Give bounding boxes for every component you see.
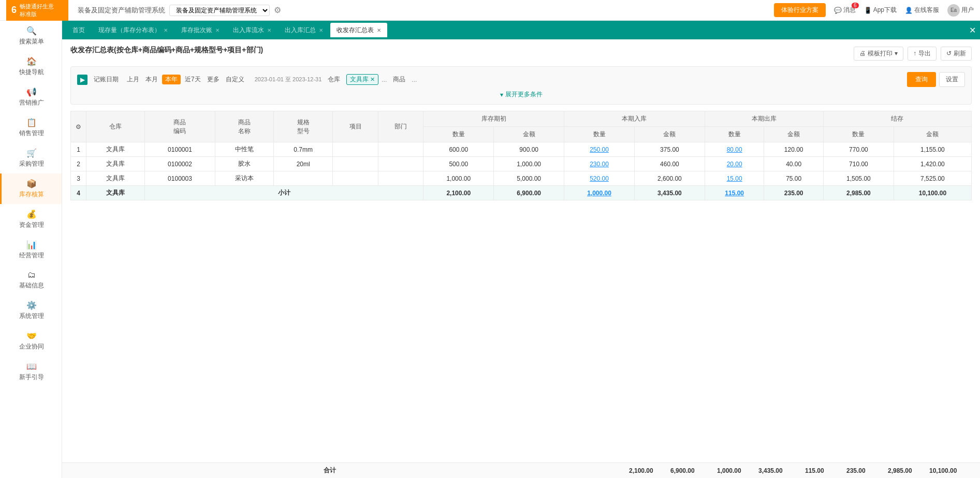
footer-out-qty: 115.00: [805, 467, 846, 474]
sidebar-label-enterprise: 企业协同: [19, 342, 44, 351]
sidebar-item-finance[interactable]: 💰 资金管理: [0, 204, 62, 235]
experience-btn[interactable]: 体验行业方案: [774, 3, 826, 17]
col-goods-spec-header: 规格型号: [273, 111, 332, 142]
sidebar-label-inventory: 库存核算: [19, 190, 44, 199]
warehouse-tag: 文具库 ✕: [346, 74, 378, 85]
sidebar: 🔍 搜索菜单 🏠 快捷导航 📢 营销推广 📋 销售管理 🛒 采购管理 📦 库存核…: [0, 21, 62, 478]
seq-1: 1: [71, 142, 86, 157]
filter-toggle-btn[interactable]: ▶: [77, 75, 87, 85]
bal-amount-2: 1,420.00: [894, 157, 971, 171]
finance-icon: 💰: [26, 209, 37, 219]
footer-in-qty: 1,000.00: [717, 467, 758, 474]
export-btn[interactable]: ↑ 导出: [908, 47, 937, 61]
col-balance-header: 结存: [823, 111, 971, 127]
tab-stock-dist-label: 现存量（库存分布表）: [98, 26, 160, 35]
expand-more-btn[interactable]: ▾ 展开更多条件: [500, 90, 543, 99]
footer-in-amount: 3,435.00: [758, 467, 805, 474]
tab-summary[interactable]: 出入库汇总 ✕: [279, 23, 329, 37]
sidebar-item-guide[interactable]: 📖 新手引导: [0, 356, 62, 387]
online-service-item[interactable]: 👤 在线客服: [905, 6, 939, 15]
col-settings-header[interactable]: ⚙: [71, 111, 86, 142]
setting-btn[interactable]: 设置: [939, 72, 965, 87]
out-qty-3[interactable]: 15.00: [705, 171, 764, 186]
department-3: [378, 171, 423, 186]
footer-out-amount: 235.00: [846, 467, 888, 474]
system-select[interactable]: 装备及固定资产辅助管理系统: [169, 5, 270, 16]
tab-stock-dist[interactable]: 现存量（库存分布表） ✕: [92, 23, 174, 37]
filter-warehouse: 文具库 ✕ ...: [346, 74, 387, 85]
warehouse-label: 仓库: [328, 75, 340, 84]
layout: 🔍 搜索菜单 🏠 快捷导航 📢 营销推广 📋 销售管理 🛒 采购管理 📦 库存核…: [0, 21, 980, 478]
tab-batch[interactable]: 库存批次账 ✕: [175, 23, 226, 37]
print-template-btn[interactable]: 🖨 模板打印 ▾: [854, 47, 903, 61]
sidebar-item-system[interactable]: ⚙️ 系统管理: [0, 295, 62, 326]
table-row: 1 文具库 0100001 中性笔 0.7mm 600.00 900.00 25…: [71, 142, 972, 157]
sidebar-item-basic[interactable]: 🗂 基础信息: [0, 265, 62, 295]
warehouse-2: 文具库: [86, 157, 145, 171]
message-item[interactable]: 💬 消息 6: [834, 6, 856, 15]
tab-bar: 首页 现存量（库存分布表） ✕ 库存批次账 ✕ 出入库流水 ✕ 出入库汇总 ✕ …: [62, 21, 980, 39]
out-qty-2[interactable]: 20.00: [705, 157, 764, 171]
date-custom[interactable]: 自定义: [224, 75, 246, 84]
tab-recv-send[interactable]: 收发存汇总表 ✕: [330, 23, 387, 37]
subtotal-bal-amount: 10,100.00: [894, 186, 971, 200]
warehouse-tag-close[interactable]: ✕: [370, 76, 375, 83]
sidebar-item-search[interactable]: 🔍 搜索菜单: [0, 21, 62, 51]
goods-ellipsis[interactable]: ...: [412, 76, 417, 83]
download-icon: 📱: [864, 7, 872, 14]
print-label: 模板打印: [868, 49, 893, 58]
avatar: Ea: [947, 4, 960, 17]
page-content: 收发存汇总表(按仓库+商品编码+商品+规格型号+项目+部门) 🖨 模板打印 ▾ …: [62, 39, 980, 462]
date-prev-month[interactable]: 上月: [125, 75, 141, 84]
tab-batch-close[interactable]: ✕: [215, 27, 220, 33]
col-department-header: 部门: [378, 111, 423, 142]
sidebar-item-operations[interactable]: 📊 经营管理: [0, 235, 62, 265]
sidebar-item-quicknav[interactable]: 🏠 快捷导航: [0, 51, 62, 82]
logo-text: 畅捷通好生意 标准版: [20, 3, 54, 18]
service-icon: 👤: [905, 7, 913, 14]
tab-flow-close[interactable]: ✕: [267, 27, 271, 33]
date-more[interactable]: 更多: [205, 75, 222, 84]
in-qty-2[interactable]: 230.00: [564, 157, 635, 171]
sidebar-item-inventory[interactable]: 📦 库存核算: [0, 173, 62, 204]
in-amount-3: 2,600.00: [634, 171, 705, 186]
settings-icon[interactable]: ⚙: [274, 5, 281, 15]
tab-recv-send-close[interactable]: ✕: [377, 27, 381, 33]
app-download-label: App下载: [873, 6, 897, 15]
footer-bal-qty: 2,985.00: [888, 467, 929, 474]
export-icon: ↑: [913, 50, 916, 57]
tab-bar-close-btn[interactable]: ✕: [969, 25, 976, 35]
sidebar-item-marketing[interactable]: 📢 营销推广: [0, 82, 62, 112]
sidebar-item-purchase[interactable]: 🛒 采购管理: [0, 143, 62, 173]
sidebar-item-sales[interactable]: 📋 销售管理: [0, 112, 62, 143]
goods-name-1: 中性笔: [215, 142, 273, 157]
refresh-btn[interactable]: ↺ 刷新: [941, 47, 972, 61]
date-7days[interactable]: 近7天: [183, 75, 203, 84]
begin-qty-2: 500.00: [423, 157, 494, 171]
col-out-qty-header: 数量: [705, 127, 764, 142]
tab-stock-dist-close[interactable]: ✕: [164, 27, 168, 33]
tab-home[interactable]: 首页: [66, 23, 91, 37]
in-qty-3[interactable]: 520.00: [564, 171, 635, 186]
subtotal-warehouse: 文具库: [86, 186, 145, 200]
warehouse-ellipsis[interactable]: ...: [382, 76, 387, 83]
bal-amount-1: 1,155.00: [894, 142, 971, 157]
query-btn[interactable]: 查询: [907, 72, 936, 87]
out-qty-1[interactable]: 80.00: [705, 142, 764, 157]
subtotal-out-qty[interactable]: 115.00: [705, 186, 764, 200]
tab-summary-close[interactable]: ✕: [319, 27, 323, 33]
date-this-month[interactable]: 本月: [143, 75, 160, 84]
warehouse-tag-text: 文具库: [350, 75, 369, 84]
message-badge: 6: [852, 3, 859, 8]
app-download-item[interactable]: 📱 App下载: [864, 6, 897, 15]
user-item[interactable]: Ea 用户: [947, 4, 974, 17]
date-label: 记账日期: [94, 75, 119, 84]
project-1: [333, 142, 378, 157]
tab-flow[interactable]: 出入库流水 ✕: [227, 23, 277, 37]
top-bar-left: 6 畅捷通好生意 标准版 装备及固定资产辅助管理系统 装备及固定资产辅助管理系统…: [6, 0, 281, 21]
sidebar-item-enterprise[interactable]: 🤝 企业协同: [0, 326, 62, 356]
date-this-year[interactable]: 本年: [162, 75, 181, 84]
in-qty-1[interactable]: 250.00: [564, 142, 635, 157]
subtotal-in-qty[interactable]: 1,000.00: [564, 186, 635, 200]
col-goods-code-header: 商品编码: [145, 111, 215, 142]
